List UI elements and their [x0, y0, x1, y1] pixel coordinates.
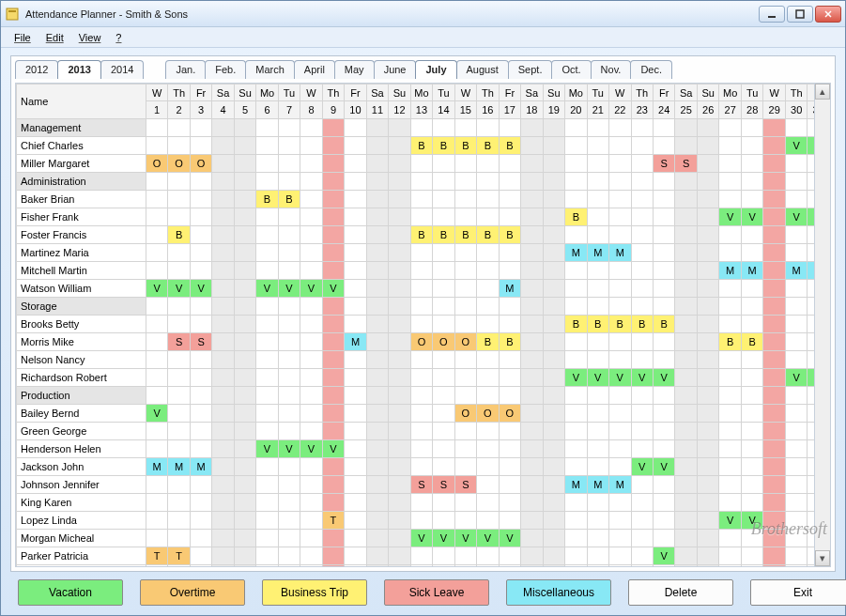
name-cell[interactable]: Morris Mike: [17, 333, 146, 351]
name-cell[interactable]: Management: [17, 119, 146, 137]
day-cell[interactable]: [234, 316, 255, 333]
day-cell[interactable]: [322, 351, 344, 369]
day-cell[interactable]: [322, 476, 344, 494]
day-cell[interactable]: [256, 137, 278, 155]
day-cell[interactable]: [543, 333, 564, 351]
day-cell[interactable]: [499, 458, 520, 476]
day-cell[interactable]: [168, 262, 190, 280]
day-cell[interactable]: [609, 512, 631, 530]
day-cell[interactable]: V: [609, 369, 631, 387]
day-cell[interactable]: V: [278, 440, 300, 458]
day-cell[interactable]: [719, 137, 741, 155]
day-cell[interactable]: [785, 333, 807, 351]
day-cell[interactable]: [697, 512, 718, 530]
day-cell[interactable]: [389, 333, 410, 351]
day-cell[interactable]: [719, 547, 741, 565]
day-cell[interactable]: [190, 351, 211, 369]
menu-edit[interactable]: Edit: [40, 30, 69, 45]
day-cell[interactable]: [697, 191, 718, 208]
day-cell[interactable]: [499, 298, 520, 316]
day-cell[interactable]: [410, 262, 432, 280]
day-cell[interactable]: [212, 298, 234, 316]
day-cell[interactable]: V: [719, 208, 741, 226]
day-cell[interactable]: [256, 494, 278, 512]
day-cell[interactable]: [278, 155, 300, 173]
day-cell[interactable]: [741, 298, 762, 316]
day-cell[interactable]: [521, 262, 543, 280]
day-cell[interactable]: [631, 547, 653, 565]
day-cell[interactable]: [785, 244, 807, 262]
day-cell[interactable]: [609, 298, 631, 316]
day-cell[interactable]: [543, 155, 564, 173]
day-cell[interactable]: [763, 244, 785, 262]
day-cell[interactable]: [477, 155, 499, 173]
day-cell[interactable]: [234, 280, 255, 298]
day-cell[interactable]: O: [410, 333, 432, 351]
name-cell[interactable]: Chief Charles: [17, 137, 146, 155]
day-cell[interactable]: [234, 351, 255, 369]
day-cell[interactable]: S: [190, 333, 211, 351]
day-cell[interactable]: [719, 191, 741, 208]
day-cell[interactable]: [234, 137, 255, 155]
month-tab[interactable]: Feb.: [205, 60, 246, 79]
day-cell[interactable]: [366, 226, 388, 244]
day-cell[interactable]: [146, 173, 167, 191]
day-cell[interactable]: [675, 458, 697, 476]
day-cell[interactable]: [389, 155, 410, 173]
name-cell[interactable]: Administration: [17, 173, 146, 191]
day-cell[interactable]: [499, 262, 520, 280]
day-cell[interactable]: [389, 316, 410, 333]
day-cell[interactable]: [278, 547, 300, 565]
day-cell[interactable]: [631, 298, 653, 316]
day-cell[interactable]: M: [345, 333, 366, 351]
day-cell[interactable]: [697, 119, 718, 137]
day-cell[interactable]: [631, 173, 653, 191]
day-cell[interactable]: [565, 405, 587, 423]
day-cell[interactable]: [322, 191, 344, 208]
day-cell[interactable]: [587, 226, 608, 244]
day-cell[interactable]: [190, 173, 211, 191]
legend-sick-button[interactable]: Sick Leave: [384, 579, 489, 606]
day-cell[interactable]: V: [654, 458, 675, 476]
day-cell[interactable]: [146, 119, 167, 137]
day-cell[interactable]: [366, 369, 388, 387]
day-cell[interactable]: [433, 208, 454, 226]
day-cell[interactable]: [146, 208, 167, 226]
day-cell[interactable]: [763, 333, 785, 351]
day-cell[interactable]: [697, 155, 718, 173]
day-cell[interactable]: [609, 440, 631, 458]
day-cell[interactable]: [631, 280, 653, 298]
day-cell[interactable]: [499, 369, 520, 387]
day-cell[interactable]: [190, 369, 211, 387]
day-cell[interactable]: [654, 333, 675, 351]
day-cell[interactable]: [212, 387, 234, 405]
day-cell[interactable]: [631, 208, 653, 226]
day-cell[interactable]: [454, 173, 476, 191]
day-cell[interactable]: [587, 512, 608, 530]
day-cell[interactable]: [609, 173, 631, 191]
day-cell[interactable]: [168, 565, 190, 568]
day-cell[interactable]: [521, 423, 543, 440]
day-cell[interactable]: [675, 440, 697, 458]
day-cell[interactable]: [785, 191, 807, 208]
day-cell[interactable]: [454, 494, 476, 512]
day-cell[interactable]: [234, 208, 255, 226]
day-cell[interactable]: [433, 387, 454, 405]
day-cell[interactable]: [763, 530, 785, 547]
day-cell[interactable]: [322, 333, 344, 351]
name-cell[interactable]: Henderson Helen: [17, 440, 146, 458]
day-cell[interactable]: [300, 351, 322, 369]
day-cell[interactable]: [587, 191, 608, 208]
day-cell[interactable]: [322, 155, 344, 173]
day-cell[interactable]: [499, 244, 520, 262]
day-cell[interactable]: [763, 458, 785, 476]
day-cell[interactable]: [565, 494, 587, 512]
day-cell[interactable]: [278, 369, 300, 387]
day-cell[interactable]: [675, 191, 697, 208]
name-cell[interactable]: Foster Francis: [17, 226, 146, 244]
name-cell[interactable]: Mitchell Martin: [17, 262, 146, 280]
day-cell[interactable]: [477, 547, 499, 565]
day-cell[interactable]: [521, 137, 543, 155]
day-cell[interactable]: [256, 244, 278, 262]
day-cell[interactable]: [454, 423, 476, 440]
